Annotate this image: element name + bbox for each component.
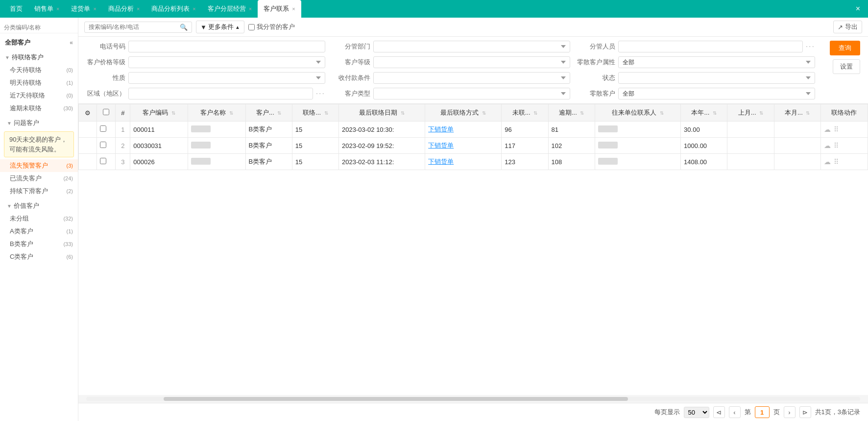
sidebar-item-overdue[interactable]: 逾期未联络 (30) — [0, 102, 78, 115]
filter-manager-dots[interactable]: ··· — [806, 42, 815, 51]
sidebar-search-input[interactable] — [4, 24, 77, 31]
sidebar-item-7days[interactable]: 近7天待联络 (0) — [0, 89, 78, 102]
th-settings[interactable]: ⚙ — [79, 104, 97, 122]
filter-row-2: 客户价格等级 客户等级 零散客户属性 全部 — [86, 56, 815, 68]
filter-region-dots[interactable]: ··· — [316, 89, 325, 98]
th-overdue[interactable]: 逾期... ⇅ — [548, 104, 595, 122]
sidebar-group-title-problem[interactable]: ▼ 问题客户 — [0, 117, 78, 129]
sidebar-item-tomorrow[interactable]: 明天待联络 (1) — [0, 76, 78, 89]
td-last-method[interactable]: 下销货单 — [425, 122, 502, 138]
per-page-select[interactable]: 50 100 200 — [684, 407, 709, 418]
export-button[interactable]: ↗ 导出 — [833, 21, 862, 33]
contact-icon[interactable]: ☁ — [824, 142, 831, 149]
filter-cust-type-select[interactable] — [373, 88, 570, 99]
close-customer-contact-tab[interactable]: × — [292, 6, 295, 12]
tab-analysis[interactable]: 商品分析× — [102, 0, 145, 18]
tab-sales[interactable]: 销售单× — [28, 0, 65, 18]
tab-purchase[interactable]: 进货单× — [65, 0, 102, 18]
th-checkbox[interactable] — [96, 104, 115, 122]
close-purchase-tab[interactable]: × — [93, 6, 96, 12]
next-page-button[interactable]: › — [784, 406, 796, 418]
row-checkbox[interactable] — [100, 142, 106, 148]
filter-phone-input[interactable] — [128, 41, 325, 52]
th-code[interactable]: 客户编码 ⇅ — [130, 104, 188, 122]
close-customer-tier-tab[interactable]: × — [249, 6, 252, 12]
tab-customer-tier[interactable]: 客户分层经营× — [202, 0, 258, 18]
my-customer-checkbox-label[interactable]: 我分管的客户 — [248, 23, 295, 31]
sidebar-item-classC[interactable]: C类客户 (6) — [0, 250, 78, 263]
filter-status-select[interactable] — [618, 72, 815, 84]
first-page-button[interactable]: ⊲ — [713, 406, 725, 418]
sidebar-item-ungroup[interactable]: 未分组 (32) — [0, 212, 78, 225]
last-method-link[interactable]: 下销货单 — [428, 158, 454, 165]
sidebar-item-churn-warning[interactable]: 流失预警客户 (3) — [0, 159, 78, 172]
th-this-year[interactable]: 本年... ⇅ — [681, 104, 727, 122]
sidebar-item-today[interactable]: 今天待联络 (0) — [0, 64, 78, 76]
tab-customer-contact[interactable]: 客户联系× — [258, 0, 301, 18]
filter-region-input[interactable] — [128, 88, 313, 99]
sidebar-item-declining[interactable]: 持续下滑客户 (2) — [0, 185, 78, 198]
last-page-button[interactable]: ⊳ — [799, 406, 811, 418]
filter-more-button[interactable]: ▼ 更多条件 ▲ — [196, 21, 244, 33]
th-contact[interactable]: 联络... ⇅ — [292, 104, 338, 122]
query-button[interactable]: 查询 — [830, 41, 860, 55]
sidebar-item-classA[interactable]: A类客户 (1) — [0, 225, 78, 238]
th-last-method[interactable]: 最后联络方式 ⇅ — [425, 104, 502, 122]
arrow-icon: ▼ — [7, 121, 12, 126]
scrollbar-thumb[interactable] — [164, 397, 628, 401]
filter-price-tier-select[interactable] — [128, 56, 325, 68]
close-sales-tab[interactable]: × — [56, 6, 59, 12]
prev-page-button[interactable]: ‹ — [729, 406, 741, 418]
th-type[interactable]: 客户... ⇅ — [245, 104, 292, 122]
td-checkbox[interactable] — [96, 122, 115, 138]
filter-nature-select[interactable] — [128, 72, 325, 84]
th-unit-contact[interactable]: 往来单位联系人 ⇅ — [595, 104, 680, 122]
contact-icon[interactable]: ☁ — [824, 158, 831, 166]
settings-button[interactable]: 设置 — [833, 59, 860, 74]
select-all-checkbox[interactable] — [103, 109, 109, 115]
th-this-month[interactable]: 本月... ⇅ — [774, 104, 820, 122]
th-last-month[interactable]: 上月... ⇅ — [727, 104, 774, 122]
filter-retail-attr-select[interactable]: 全部 — [618, 56, 815, 68]
arrow-icon: ▼ — [7, 203, 12, 209]
last-method-link[interactable]: 下销货单 — [428, 125, 454, 133]
close-analysis-tab[interactable]: × — [137, 6, 140, 12]
th-name[interactable]: 客户名称 ⇅ — [188, 104, 245, 122]
filter-dept-label: 分管部门 — [331, 42, 370, 51]
th-uncontacted[interactable]: 未联... ⇅ — [502, 104, 548, 122]
sidebar-item-classB[interactable]: B类客户 (33) — [0, 238, 78, 250]
filter-retail-select[interactable]: 全部 — [618, 88, 815, 99]
row-checkbox[interactable] — [100, 125, 106, 132]
close-analysis-list-tab[interactable]: × — [193, 6, 195, 12]
current-page-input[interactable] — [755, 406, 770, 418]
search-submit-icon[interactable]: 🔍 — [180, 24, 188, 31]
last-method-link[interactable]: 下销货单 — [428, 142, 454, 149]
filter-manager-input[interactable] — [618, 41, 803, 52]
filter-retail: 零散客户 全部 — [576, 88, 815, 99]
filter-customer-tier-select[interactable] — [373, 56, 570, 68]
row-checkbox[interactable] — [100, 158, 106, 164]
filter-dept-select[interactable] — [373, 41, 570, 52]
td-this-month — [774, 154, 820, 170]
th-last-date[interactable]: 最后联络日期 ⇅ — [339, 104, 425, 122]
sort-thisyear-icon: ⇅ — [713, 110, 717, 116]
td-checkbox[interactable] — [96, 138, 115, 154]
sidebar-all-customers[interactable]: 全部客户 « — [0, 35, 78, 50]
sidebar-item-churned[interactable]: 已流失客户 (24) — [0, 172, 78, 185]
tab-analysis-list[interactable]: 商品分析列表× — [145, 0, 201, 18]
contact-icon[interactable]: ☁ — [824, 125, 831, 133]
sidebar-group-title-value[interactable]: ▼ 价值客户 — [0, 199, 78, 212]
horizontal-scrollbar[interactable] — [86, 397, 860, 401]
more-icon[interactable]: ⠿ — [834, 158, 839, 166]
more-icon[interactable]: ⠿ — [834, 142, 839, 149]
sidebar-group-title-pending[interactable]: ▼ 待联络客户 — [0, 51, 78, 64]
window-close-button[interactable]: × — [852, 4, 864, 13]
td-last-method[interactable]: 下销货单 — [425, 138, 502, 154]
td-checkbox[interactable] — [96, 154, 115, 170]
tab-home[interactable]: 首页 — [4, 0, 28, 18]
td-last-method[interactable]: 下销货单 — [425, 154, 502, 170]
search-input[interactable] — [89, 24, 180, 30]
more-icon[interactable]: ⠿ — [834, 125, 839, 133]
filter-payment-select[interactable] — [373, 72, 570, 84]
my-customer-checkbox[interactable] — [248, 24, 255, 30]
